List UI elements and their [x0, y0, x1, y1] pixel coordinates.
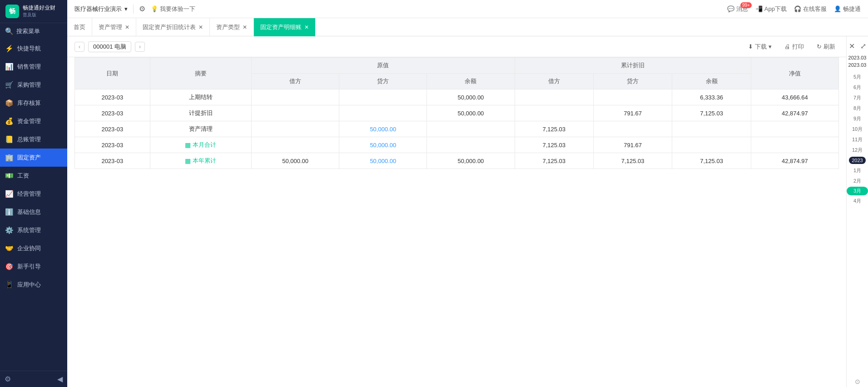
tab-home[interactable]: 首页 — [67, 18, 92, 36]
collapse-icon[interactable]: ◀ — [57, 375, 63, 383]
month-6[interactable]: 6月 — [847, 83, 868, 92]
col-acc-credit: 贷方 — [593, 74, 672, 89]
col-orig-debit: 借方 — [252, 74, 339, 89]
cell-orig-debit: 50,000.00 — [252, 153, 339, 169]
user-avatar[interactable]: 👤 畅捷通 — [834, 5, 861, 13]
month-7[interactable]: 7月 — [847, 93, 868, 103]
col-orig-credit: 贷方 — [339, 74, 427, 89]
col-orig-value: 原值 — [252, 58, 515, 74]
month-1[interactable]: 1月 — [847, 166, 868, 175]
cell-acc-debit: 7,125.03 — [515, 121, 593, 137]
panel-arrow-down[interactable]: ⊙ — [853, 376, 862, 387]
sidebar-item-ledger[interactable]: 📒 总账管理 — [0, 130, 67, 149]
panel-expand-btn[interactable]: ⤢ — [858, 40, 868, 52]
logo-icon: 畅 — [5, 5, 19, 18]
panel-year-date2: 2023.03 — [848, 61, 867, 69]
cell-orig-balance — [427, 137, 515, 153]
month-11[interactable]: 11月 — [847, 135, 868, 144]
col-net-value: 净值 — [751, 58, 838, 89]
main-area: 医疗器械行业演示 ▾ ⚙ 💡 我要体验一下 💬 消息 99+ 📲 App下载 🎧… — [67, 0, 868, 387]
sidebar-logo: 畅 畅捷通好业财 普及版 — [0, 0, 67, 23]
sidebar-item-search[interactable]: 🔍 搜索菜单 — [0, 23, 67, 40]
tab-asset-detail[interactable]: 固定资产明细账 ✕ — [254, 18, 315, 36]
tab-asset-mgmt[interactable]: 资产管理 ✕ — [92, 18, 136, 36]
cell-net-value: 43,666.64 — [751, 89, 838, 105]
sidebar-item-quick-nav[interactable]: ⚡ 快捷导航 — [0, 40, 67, 58]
month-5[interactable]: 5月 — [847, 72, 868, 82]
guide-icon: 🎯 — [5, 262, 14, 271]
dropdown-icon: ▾ — [124, 5, 128, 12]
refresh-btn[interactable]: ↻ 刷新 — [813, 41, 839, 53]
message-btn[interactable]: 💬 消息 99+ — [727, 5, 748, 13]
cell-summary: 计提折旧 — [150, 105, 252, 121]
cell-date: 2023-03 — [75, 137, 150, 153]
month-3[interactable]: 3月 — [847, 187, 868, 195]
app-center-icon: 📱 — [5, 280, 14, 289]
sidebar-item-inventory[interactable]: 📦 库存核算 — [0, 94, 67, 112]
prev-asset-btn[interactable]: ‹ — [74, 42, 84, 52]
basic-info-icon: ℹ️ — [5, 208, 14, 217]
experience-icon: 💡 — [151, 5, 158, 12]
year-months: 5月 6月 7月 8月 9月 10月 11月 12月 2023 1月 2月 3月… — [847, 72, 868, 376]
col-orig-balance: 余额 — [427, 74, 515, 89]
sidebar: 畅 畅捷通好业财 普及版 🔍 搜索菜单 ⚡ 快捷导航 📊 销售管理 🛒 采购管理… — [0, 0, 67, 387]
ledger-icon: 📒 — [5, 135, 14, 144]
cell-net-value: 42,874.97 — [751, 153, 838, 169]
cell-summary: ▦本月合计 — [150, 137, 252, 153]
cell-acc-credit: 7,125.03 — [593, 153, 672, 169]
content-area: ‹ 000001 电脑 › ⬇ 下载 ▾ 🖨 打印 ↻ 刷新 — [67, 36, 868, 387]
col-acc-dep: 累计折旧 — [515, 58, 751, 74]
table-row: 2023-03 资产清理 50,000.00 7,125.03 — [75, 121, 839, 137]
download-icon: ⬇ — [748, 43, 753, 50]
cell-date: 2023-03 — [75, 105, 150, 121]
cell-orig-credit: 50,000.00 — [339, 153, 427, 169]
customer-service-btn[interactable]: 🎧 在线客服 — [794, 5, 827, 13]
sidebar-item-fixed-assets[interactable]: 🏢 固定资产 — [0, 149, 67, 167]
settings-icon[interactable]: ⚙ — [139, 5, 145, 13]
avatar-icon: 👤 — [834, 5, 841, 12]
toolbar-right: ⬇ 下载 ▾ 🖨 打印 ↻ 刷新 — [744, 41, 839, 53]
cell-acc-debit: 7,125.03 — [515, 137, 593, 153]
month-2[interactable]: 2月 — [847, 176, 868, 186]
sales-icon: 📊 — [5, 62, 14, 71]
sidebar-item-system[interactable]: ⚙️ 系统管理 — [0, 221, 67, 239]
tab-asset-type[interactable]: 资产类型 ✕ — [210, 18, 254, 36]
cell-acc-balance: 6,333.36 — [672, 89, 751, 105]
panel-close-btn[interactable]: ✕ — [847, 40, 857, 52]
settings-bottom-icon[interactable]: ⚙ — [5, 375, 11, 383]
sidebar-item-capital[interactable]: 💰 资金管理 — [0, 112, 67, 130]
tab-depreciation-stat[interactable]: 固定资产折旧统计表 ✕ — [136, 18, 210, 36]
company-selector[interactable]: 医疗器械行业演示 ▾ — [74, 5, 128, 13]
fixed-assets-icon: 🏢 — [5, 153, 14, 162]
ledger-table: 日期 摘要 原值 累计折旧 净值 借方 贷方 余额 借方 贷方 余额 — [74, 57, 839, 169]
experience-btn[interactable]: 💡 我要体验一下 — [151, 5, 195, 13]
cell-date: 2023-03 — [75, 121, 150, 137]
sidebar-item-enterprise[interactable]: 🤝 企业协同 — [0, 239, 67, 258]
tab-close-asset-mgmt[interactable]: ✕ — [125, 24, 129, 30]
app-download-btn[interactable]: 📲 App下载 — [755, 5, 787, 13]
cell-acc-balance — [672, 121, 751, 137]
print-btn[interactable]: 🖨 打印 — [781, 41, 808, 53]
month-4[interactable]: 4月 — [847, 196, 868, 206]
month-10[interactable]: 10月 — [847, 124, 868, 134]
sidebar-item-purchase[interactable]: 🛒 采购管理 — [0, 76, 67, 94]
sidebar-item-guide[interactable]: 🎯 新手引导 — [0, 258, 67, 276]
tab-close-asset-type[interactable]: ✕ — [243, 24, 247, 30]
sidebar-item-ops[interactable]: 📈 经营管理 — [0, 185, 67, 203]
message-icon: 💬 — [727, 5, 734, 12]
sidebar-item-basic-info[interactable]: ℹ️ 基础信息 — [0, 203, 67, 221]
sidebar-item-sales[interactable]: 📊 销售管理 — [0, 58, 67, 76]
sidebar-item-salary[interactable]: 💵 工资 — [0, 167, 67, 185]
month-12[interactable]: 12月 — [847, 145, 868, 155]
topbar-divider — [133, 5, 134, 14]
download-btn[interactable]: ⬇ 下载 ▾ — [744, 41, 775, 53]
inventory-icon: 📦 — [5, 99, 14, 108]
next-asset-btn[interactable]: › — [135, 42, 145, 52]
month-8[interactable]: 8月 — [847, 104, 868, 113]
tab-close-asset-detail[interactable]: ✕ — [304, 24, 309, 30]
month-9[interactable]: 9月 — [847, 114, 868, 124]
sidebar-item-app-center[interactable]: 📱 应用中心 — [0, 276, 67, 294]
salary-icon: 💵 — [5, 171, 14, 180]
cell-orig-debit — [252, 105, 339, 121]
tab-close-depreciation-stat[interactable]: ✕ — [198, 24, 203, 30]
